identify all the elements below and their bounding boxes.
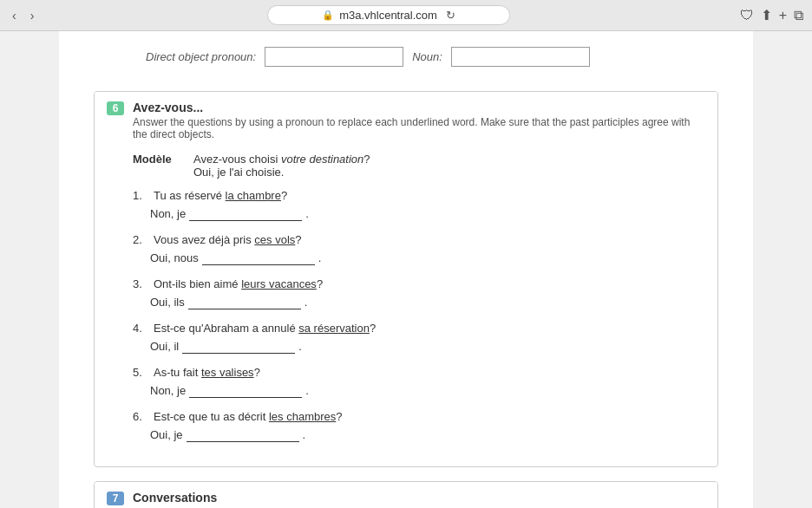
q6-number: 6. <box>133 410 150 423</box>
q4-text: Est-ce qu'Abraham a annulé sa réservatio… <box>154 322 376 335</box>
forward-button[interactable]: › <box>27 7 38 24</box>
lock-icon: 🔒 <box>322 10 334 21</box>
browser-actions: 🛡 ⬆ + ⧉ <box>740 7 803 23</box>
q5-number: 5. <box>133 366 150 379</box>
modele-question: Avez-vous choisi votre destination? <box>193 153 370 166</box>
q4-number: 4. <box>133 322 150 335</box>
q3-input[interactable] <box>188 294 301 309</box>
q5-text: As-tu fait tes valises? <box>154 366 260 379</box>
noun-input[interactable] <box>451 47 590 67</box>
page-content: Direct object pronoun: Noun: 6 Avez-vous… <box>59 31 753 508</box>
section-6-box: 6 Avez-vous... Answer the questions by u… <box>94 91 718 467</box>
q6-text: Est-ce que tu as décrit les chambres? <box>154 410 343 423</box>
question-2: 2. Vous avez déjà pris ces vols? Oui, no… <box>133 233 700 265</box>
q2-text: Vous avez déjà pris ces vols? <box>154 233 302 246</box>
q2-number: 2. <box>133 233 150 246</box>
browser-chrome: ‹ › 🔒 m3a.vhlcentral.com ↻ 🛡 ⬆ + ⧉ <box>0 0 812 31</box>
modele-answer: Oui, je l'ai choisie. <box>193 166 370 179</box>
q3-number: 3. <box>133 277 150 290</box>
section-7-number: 7 <box>107 492 124 505</box>
q6-prefix: Oui, je <box>150 428 183 441</box>
direct-object-input[interactable] <box>265 47 403 67</box>
q6-input[interactable] <box>187 427 299 442</box>
modele-label: Modèle <box>133 153 185 166</box>
back-button[interactable]: ‹ <box>9 7 20 24</box>
modele-content: Avez-vous choisi votre destination? Oui,… <box>193 153 370 179</box>
shield-icon: 🛡 <box>740 8 754 23</box>
q4-input[interactable] <box>182 338 295 354</box>
direct-object-label: Direct object pronoun: <box>146 50 256 63</box>
question-6: 6. Est-ce que tu as décrit les chambres?… <box>133 410 700 442</box>
question-4: 4. Est-ce qu'Abraham a annulé sa réserva… <box>133 322 700 354</box>
section-6-questions: Modèle Avez-vous choisi votre destinatio… <box>95 149 717 466</box>
section-6-desc: Answer the questions by using a pronoun … <box>133 116 705 140</box>
q1-input[interactable] <box>189 205 302 221</box>
question-5: 5. As-tu fait tes valises? Non, je . <box>133 366 700 398</box>
section-6-number: 6 <box>107 101 124 115</box>
q3-prefix: Oui, ils <box>150 296 185 309</box>
noun-label: Noun: <box>412 50 442 63</box>
q5-input[interactable] <box>189 382 302 398</box>
q3-period: . <box>304 296 308 309</box>
q1-text: Tu as réservé la chambre? <box>154 189 287 202</box>
q4-prefix: Oui, il <box>150 340 179 353</box>
add-tab-icon[interactable]: + <box>779 8 787 23</box>
q2-period: . <box>318 251 322 264</box>
section-7-header: 7 Conversations Listen to each statement… <box>95 482 717 508</box>
q5-prefix: Non, je <box>150 384 186 397</box>
q6-period: . <box>303 428 306 441</box>
q1-prefix: Non, je <box>150 207 186 220</box>
q5-period: . <box>305 384 309 397</box>
section-6-header: 6 Avez-vous... Answer the questions by u… <box>95 92 717 149</box>
address-bar[interactable]: 🔒 m3a.vhlcentral.com ↻ <box>267 5 510 25</box>
section-7-box: 7 Conversations Listen to each statement… <box>94 481 718 508</box>
q4-period: . <box>298 340 302 353</box>
modele-italic: votre destination <box>281 153 363 166</box>
top-fields: Direct object pronoun: Noun: <box>94 40 718 74</box>
modele-row: Modèle Avez-vous choisi votre destinatio… <box>133 153 700 179</box>
question-1: 1. Tu as réservé la chambre? Non, je . <box>133 189 700 221</box>
question-3: 3. Ont-ils bien aimé leurs vacances? Oui… <box>133 277 700 309</box>
q3-text: Ont-ils bien aimé leurs vacances? <box>154 277 323 290</box>
section-7-title: Conversations <box>133 491 487 505</box>
q1-period: . <box>305 207 309 220</box>
tabs-icon[interactable]: ⧉ <box>794 8 803 23</box>
share-icon[interactable]: ⬆ <box>761 7 772 23</box>
url-text: m3a.vhlcentral.com <box>339 9 437 22</box>
q1-number: 1. <box>133 189 150 202</box>
q2-input[interactable] <box>202 250 315 265</box>
q2-prefix: Oui, nous <box>150 251 199 264</box>
refresh-icon[interactable]: ↻ <box>446 9 455 22</box>
section-6-title: Avez-vous... <box>133 101 705 114</box>
